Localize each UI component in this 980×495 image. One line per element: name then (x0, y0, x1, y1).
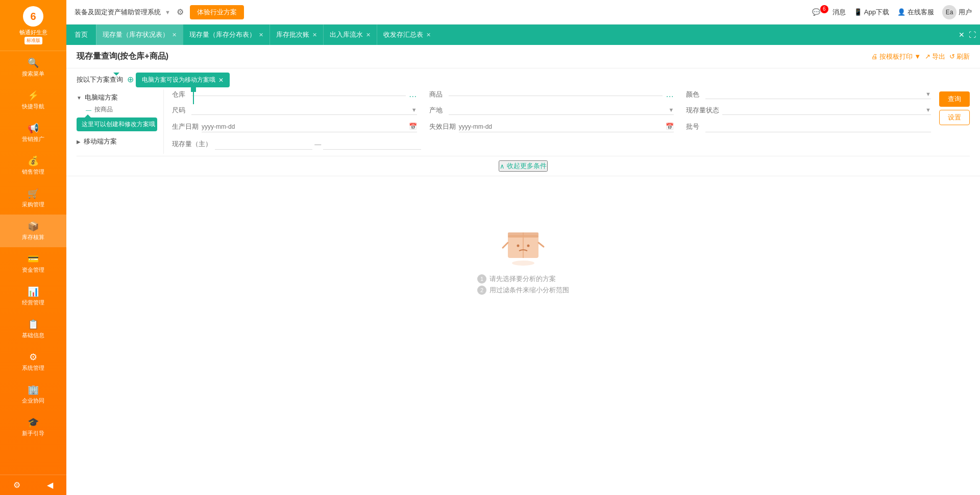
filter-size: 尺码 ▼ (172, 105, 417, 115)
product-dots-btn[interactable]: … (666, 90, 674, 99)
color-select-wrap[interactable]: ▼ (705, 89, 931, 99)
sidebar-settings-btn[interactable]: ⚙ (13, 480, 20, 490)
sidebar-item-label: 企业协同 (22, 397, 44, 405)
tab-close-icon[interactable]: ✕ (312, 32, 317, 38)
tooltip-arrow (113, 73, 119, 76)
search-icon: 🔍 (28, 57, 39, 68)
sidebar-item-inventory[interactable]: 📦 库存核算 (0, 215, 66, 247)
batch-input-wrap[interactable] (705, 121, 931, 132)
trial-button[interactable]: 体验行业方案 (190, 5, 244, 19)
sidebar-item-marketing[interactable]: 📢 营销推广 (0, 116, 66, 149)
mobile-scheme-label: 移动端方案 (84, 137, 117, 146)
tab-label: 收发存汇总表 (383, 30, 423, 39)
sidebar-item-sales[interactable]: 💰 销售管理 (0, 149, 66, 182)
sidebar-item-label: 销售管理 (22, 168, 44, 176)
sidebar-item-quick-nav[interactable]: ⚡ 快捷导航 (0, 84, 66, 116)
origin-select-wrap[interactable]: ▼ (449, 105, 674, 115)
sidebar-item-enterprise[interactable]: 🏢 企业协同 (0, 378, 66, 411)
sidebar-item-basic[interactable]: 📋 基础信息 (0, 313, 66, 345)
qty-max-wrap[interactable] (323, 138, 421, 150)
user-label: 用户 (959, 8, 972, 17)
tab-inventory-dist[interactable]: 现存量（库存分布表） ✕ (183, 25, 270, 45)
scheme-popup-close[interactable]: ✕ (218, 77, 224, 84)
empty-steps: 1 请先选择要分析的方案 2 用过滤条件来缩小分析范围 (477, 272, 569, 297)
filter-add-button[interactable]: ⊕ (127, 75, 134, 84)
logo-char: 6 (30, 11, 36, 22)
tab-close-all-btn[interactable]: ✕ (959, 31, 965, 39)
expiry-date-calendar-icon[interactable]: 📅 (666, 123, 674, 130)
sidebar-item-purchase[interactable]: 🛒 采购管理 (0, 182, 66, 215)
prod-date-calendar-icon[interactable]: 📅 (409, 123, 417, 130)
tab-fullscreen-btn[interactable]: ⛶ (969, 31, 976, 39)
print-dropdown-icon: ▼ (914, 53, 921, 60)
tab-batch-account[interactable]: 库存批次账 ✕ (270, 25, 323, 45)
indicator-dot (191, 87, 196, 92)
query-button[interactable]: 查询 (939, 91, 970, 107)
mobile-scheme-item[interactable]: ▶ 移动端方案 (77, 135, 157, 148)
expiry-date-input-wrap[interactable]: 📅 (459, 121, 674, 132)
tab-collection-summary[interactable]: 收发存汇总表 ✕ (377, 25, 437, 45)
tab-in-out-flow[interactable]: 出入库流水 ✕ (323, 25, 377, 45)
refresh-button[interactable]: ↺ 刷新 (949, 52, 970, 61)
export-icon: ↗ (925, 53, 930, 60)
tab-close-icon[interactable]: ✕ (172, 32, 177, 38)
tab-home[interactable]: 首页 (66, 25, 96, 45)
filter-header: 按以下方案查询 ⊕ ↻ ⟪ 电脑方案可设为移动方案哦 ✕ (77, 75, 970, 84)
child-indicator: — (86, 107, 91, 113)
svg-line-6 (503, 243, 508, 248)
message-btn[interactable]: 💬 6 消息 (812, 8, 846, 17)
setting-button[interactable]: 设置 (939, 110, 970, 125)
product-input-wrap[interactable] (449, 92, 663, 96)
sidebar-item-finance[interactable]: 💳 资金管理 (0, 247, 66, 280)
size-select-wrap[interactable]: ▼ (191, 105, 417, 115)
sidebar-nav: 🔍 搜索菜单 ⚡ 快捷导航 📢 营销推广 💰 销售管理 🛒 采购管理 📦 库存核… (0, 51, 66, 475)
prod-date-input-wrap[interactable]: 📅 (202, 121, 417, 132)
inventory-icon: 📦 (28, 221, 39, 232)
sidebar-item-label: 采购管理 (22, 201, 44, 208)
empty-step-2: 2 用过滤条件来缩小分析范围 (477, 286, 569, 295)
tab-close-icon[interactable]: ✕ (259, 32, 263, 38)
desktop-scheme-item[interactable]: ▼ 电脑端方案 (77, 91, 157, 104)
warehouse-input-wrap[interactable] (191, 92, 406, 96)
filter-row-4: 现存量（主） — (172, 138, 931, 150)
tab-close-icon[interactable]: ✕ (426, 32, 431, 38)
refresh-icon: ↺ (949, 53, 955, 60)
page-content: 现存量查询(按仓库+商品) 🖨 按模板打印 ▼ ↗ 导出 ↺ 刷新 (66, 45, 980, 495)
qty-max-input[interactable] (323, 140, 421, 148)
edit-scheme-close[interactable]: ✕ (158, 121, 163, 128)
print-button[interactable]: 🖨 按模板打印 ▼ (871, 52, 921, 61)
scheme-child-item[interactable]: — 按商品 (86, 104, 157, 115)
prod-date-input[interactable] (202, 123, 248, 130)
inv-status-select-wrap[interactable]: ▼ (722, 105, 931, 115)
expiry-date-input[interactable] (459, 123, 505, 130)
sidebar-item-label: 库存核算 (22, 233, 44, 241)
collapse-button[interactable]: ∧ 收起更多条件 (499, 160, 548, 172)
scheme-popup: 电脑方案可设为移动方案哦 ✕ (136, 73, 230, 87)
sidebar-collapse-btn[interactable]: ◀ (47, 480, 53, 490)
operation-icon: 📊 (28, 286, 39, 297)
sidebar-item-label: 基础信息 (22, 332, 44, 339)
sidebar-item-guide[interactable]: 🎓 新手引导 (0, 411, 66, 443)
qty-min-input[interactable] (215, 140, 312, 148)
support-btn[interactable]: 👤 在线客服 (897, 8, 934, 17)
system-title-dropdown[interactable]: ▼ (165, 9, 170, 15)
color-dropdown-icon: ▼ (925, 91, 931, 97)
prod-date-label: 生产日期 (172, 122, 199, 131)
app-download-btn[interactable]: 📱 App下载 (854, 8, 889, 17)
header-settings-icon[interactable]: ⚙ (177, 7, 184, 17)
batch-input[interactable] (705, 123, 931, 130)
sidebar-item-system[interactable]: ⚙ 系统管理 (0, 345, 66, 378)
edit-tooltip-arrow-up (85, 114, 91, 117)
collapse-label: 收起更多条件 (507, 161, 547, 171)
qty-min-wrap[interactable] (215, 138, 312, 150)
tab-bar-end: ✕ ⛶ (954, 31, 980, 39)
sidebar-item-operation[interactable]: 📊 经营管理 (0, 280, 66, 313)
tab-close-icon[interactable]: ✕ (366, 32, 371, 38)
export-button[interactable]: ↗ 导出 (925, 52, 945, 61)
user-btn[interactable]: Ea 用户 (942, 5, 972, 19)
color-label: 颜色 (686, 90, 702, 99)
tab-inventory-status[interactable]: 现存量（库存状况表） ✕ (96, 25, 183, 45)
filter-row-2: 尺码 ▼ 产地 ▼ (172, 105, 931, 115)
warehouse-dots-btn[interactable]: … (409, 90, 417, 99)
sidebar-item-search[interactable]: 🔍 搜索菜单 (0, 51, 66, 84)
